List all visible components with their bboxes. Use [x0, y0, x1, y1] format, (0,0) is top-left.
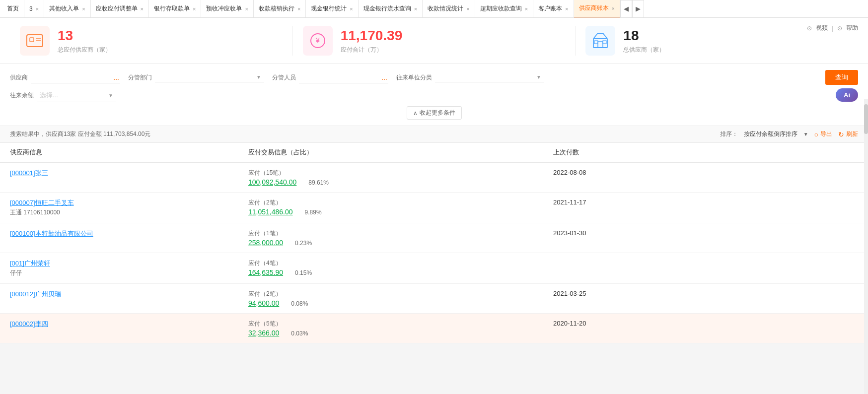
total-suppliers-text: 18 总供应商（家）	[623, 27, 665, 55]
close-icon[interactable]: ×	[245, 6, 248, 12]
payable-suppliers-text: 13 总应付供应商（家）	[58, 27, 111, 55]
supplier-link[interactable]: [000100]本特勤油品有限公司	[10, 229, 248, 238]
supplier-input-wrap: ...	[31, 72, 120, 83]
supplier-input[interactable]	[31, 72, 120, 83]
tx-amount[interactable]: 32,366.00	[248, 329, 279, 337]
help-link[interactable]: 帮助	[846, 24, 858, 32]
nav-tab-ar-ap-adjust-label: 应收应付调整单	[96, 4, 138, 13]
scrollbar-track[interactable]	[864, 99, 868, 343]
tx-cell: 应付（5笔） 32,366.00 0.03%	[248, 320, 553, 337]
tx-amount[interactable]: 94,600.00	[248, 299, 279, 307]
export-button[interactable]: ○ 导出	[814, 130, 832, 138]
person-dots-icon[interactable]: ...	[381, 73, 387, 81]
tx-label: 应付（15笔）	[248, 169, 553, 177]
dept-filter-label: 分管部门	[128, 73, 152, 82]
sort-value[interactable]: 按应付余额倒序排序	[744, 130, 797, 138]
supplier-link[interactable]: [001]广州荣轩	[10, 259, 248, 268]
nav-tab-cash-bank-stats[interactable]: 现金银行统计 ×	[306, 0, 358, 18]
nav-tab-customer-ledger[interactable]: 客户账本 ×	[533, 0, 574, 18]
nav-tab-advance-receive[interactable]: 预收冲应收单 ×	[201, 0, 253, 18]
table-row: [000012]广州贝瑞 应付（2笔） 94,600.00 0.08% 2021…	[0, 284, 868, 314]
tx-cell: 应付（2笔） 11,051,486.00 9.89%	[248, 198, 553, 216]
close-icon[interactable]: ×	[141, 6, 144, 12]
tx-label: 应付（2笔）	[248, 198, 553, 207]
person-input[interactable]	[299, 72, 388, 83]
tx-amount[interactable]: 258,000.00	[248, 239, 283, 247]
close-icon[interactable]: ×	[525, 6, 528, 12]
tx-cell: 应付（15笔） 100,092,540.00 89.61%	[248, 169, 553, 186]
collapse-button[interactable]: ∧ 收起更多条件	[407, 106, 462, 120]
tx-percent: 89.61%	[308, 179, 329, 186]
tx-label: 应付（5笔）	[248, 320, 553, 328]
export-label: 导出	[820, 130, 832, 138]
nav-tab-bank-deposit[interactable]: 银行存取款单 ×	[149, 0, 201, 18]
sort-label: 排序：	[720, 130, 738, 138]
nav-tab-other-income[interactable]: 其他收入单 ×	[44, 0, 90, 18]
nav-tab-bank-deposit-label: 银行存取款单	[154, 4, 190, 13]
close-icon[interactable]: ×	[565, 6, 568, 12]
supplier-link[interactable]: [000012]广州贝瑞	[10, 290, 248, 299]
close-icon[interactable]: ×	[612, 5, 615, 11]
nav-tab-3[interactable]: 3 ×	[24, 0, 44, 18]
close-icon[interactable]: ×	[36, 6, 39, 12]
close-icon[interactable]: ×	[350, 6, 353, 12]
nav-tab-home[interactable]: 首页	[2, 0, 24, 18]
supplier-filter-label: 供应商	[10, 73, 28, 82]
tx-row: 100,092,540.00 89.61%	[248, 177, 553, 186]
supplier-dots-icon[interactable]: ...	[113, 73, 119, 81]
nav-tab-overdue-ar[interactable]: 超期应收款查询 ×	[475, 0, 533, 18]
balance-filter: 往来余额 选择... ▼	[10, 89, 116, 102]
nav-tab-supplier-ledger-label: 供应商账本	[579, 4, 609, 12]
supplier-cell: [000007]恒旺二手叉车 王通 17106110000	[10, 198, 248, 217]
svg-rect-6	[593, 39, 607, 48]
supplier-cell: [000012]广州贝瑞	[10, 290, 248, 299]
nav-next-arrow[interactable]: ▶	[632, 0, 644, 18]
close-icon[interactable]: ×	[82, 6, 85, 12]
nav-tab-payment-exec[interactable]: 收款核销执行 ×	[254, 0, 306, 18]
search-button[interactable]: 查询	[825, 70, 858, 85]
balance-dropdown[interactable]: 选择... ▼	[37, 89, 116, 102]
col-header-last-pay: 上次付数	[553, 148, 858, 157]
last-pay-date: 2023-01-30	[553, 229, 586, 237]
scrollbar-thumb[interactable]	[864, 104, 868, 134]
nav-tab-collection-stats[interactable]: 收款情况统计 ×	[423, 0, 475, 18]
ai-button[interactable]: Ai	[836, 88, 858, 102]
person-filter: 分管人员 ...	[272, 72, 388, 83]
tx-cell: 应付（2笔） 94,600.00 0.08%	[248, 290, 553, 307]
supplier-link[interactable]: [000007]恒旺二手叉车	[10, 198, 248, 207]
tx-amount[interactable]: 11,051,486.00	[248, 208, 293, 216]
nav-tab-supplier-ledger[interactable]: 供应商账本 ×	[574, 0, 620, 18]
svg-rect-8	[594, 41, 598, 44]
tx-label: 应付（4笔）	[248, 259, 553, 267]
nav-tab-ar-ap-adjust[interactable]: 应收应付调整单 ×	[91, 0, 149, 18]
tx-percent: 0.03%	[291, 330, 308, 337]
payable-total-label: 应付合计（万）	[341, 46, 403, 54]
dept-filter: 分管部门 ▼	[128, 72, 264, 82]
supplier-cell: [001]广州荣轩 仔仔	[10, 259, 248, 277]
supplier-link[interactable]: [000001]张三	[10, 169, 248, 178]
video-link[interactable]: 视频	[816, 24, 828, 32]
last-pay-cell: 2020-11-20	[553, 320, 858, 327]
nav-tab-cash-bank-stats-label: 现金银行统计	[311, 4, 347, 13]
tx-cell: 应付（1笔） 258,000.00 0.23%	[248, 229, 553, 247]
nav-prev-arrow[interactable]: ◀	[620, 0, 632, 18]
tx-amount[interactable]: 164,635.90	[248, 268, 283, 276]
filter-row-1: 供应商 ... 分管部门 ▼ 分管人员 ... 往来单位分类 ▼	[10, 70, 858, 85]
supplier-cell: [000002]李四	[10, 320, 248, 328]
svg-text:¥: ¥	[315, 36, 320, 44]
close-icon[interactable]: ×	[466, 6, 469, 12]
supplier-sub: 仔仔	[10, 269, 248, 277]
close-icon[interactable]: ×	[297, 6, 300, 12]
tx-row: 32,366.00 0.03%	[248, 328, 553, 337]
tx-amount[interactable]: 100,092,540.00	[248, 178, 296, 186]
close-icon[interactable]: ×	[193, 6, 196, 12]
nav-tab-cash-bank-flow[interactable]: 现金银行流水查询 ×	[359, 0, 423, 18]
person-filter-label: 分管人员	[272, 73, 296, 82]
refresh-button[interactable]: ↻ 刷新	[838, 130, 858, 138]
supplier-link[interactable]: [000002]李四	[10, 320, 248, 328]
category-dropdown[interactable]: ▼	[435, 72, 544, 82]
supplier-filter: 供应商 ...	[10, 72, 120, 83]
close-icon[interactable]: ×	[414, 6, 417, 12]
category-filter-label: 往来单位分类	[396, 73, 432, 82]
dept-dropdown[interactable]: ▼	[155, 72, 264, 82]
